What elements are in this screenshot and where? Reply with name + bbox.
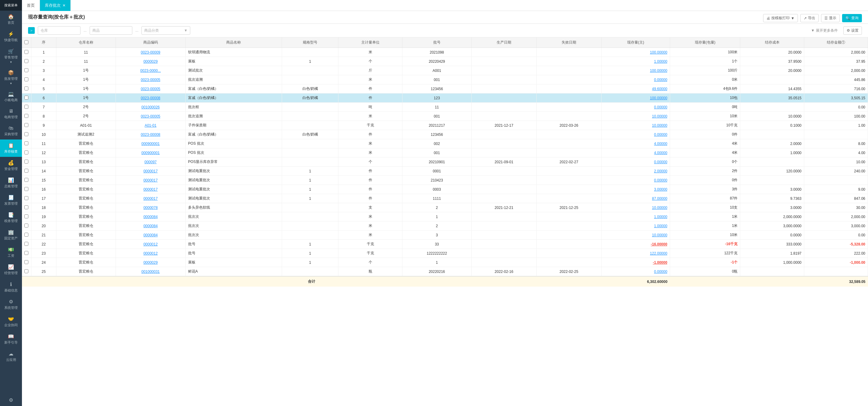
sidebar-item-ecommerce[interactable]: 🖥 电商管理 — [0, 105, 22, 123]
row-checkbox[interactable] — [24, 87, 28, 91]
product-filter[interactable]: 商品 — [90, 26, 132, 35]
sidebar-item-ecommerce-small[interactable]: 💻 小账电商 — [0, 88, 22, 105]
cell-qty-main[interactable]: 0.00000 — [601, 103, 670, 112]
row-checkbox[interactable] — [24, 59, 28, 63]
cell-unit: 件 — [338, 167, 402, 176]
cell-warehouse: 1号 — [56, 75, 116, 84]
cell-qty-main[interactable]: 0.00000 — [601, 158, 670, 167]
cell-qty-main[interactable]: 2.00000 — [601, 167, 670, 176]
cell-qty-pkg: 0米 — [670, 75, 740, 84]
sidebar-logo[interactable]: 搜索菜单 — [0, 0, 22, 11]
category-filter[interactable]: 商品分类 ▼ — [142, 26, 190, 35]
export-button[interactable]: ↗ 导出 — [800, 14, 818, 22]
tab-close-icon[interactable]: ✕ — [62, 3, 66, 8]
cell-qty-main[interactable]: 1.00000 — [601, 222, 670, 231]
cell-exp-date — [536, 212, 601, 222]
page-title: 现存量查询(按仓库＋批次) — [28, 14, 862, 21]
cell-qty-main[interactable]: 100.00000 — [601, 94, 670, 103]
sidebar-item-invoice[interactable]: 🧾 发票管理 — [0, 192, 22, 209]
cell-name: 测试电重批次 — [185, 176, 282, 185]
row-checkbox[interactable] — [24, 105, 28, 109]
sidebar-item-tax[interactable]: 📑 税务管理 — [0, 209, 22, 226]
sidebar-item-retail[interactable]: 🛒 零售管理 ▼ — [0, 45, 22, 67]
cell-qty-main[interactable]: 0.00000 — [601, 75, 670, 84]
sidebar-item-ledger[interactable]: 📊 总账管理 — [0, 174, 22, 192]
sidebar-item-enterprise[interactable]: 🤝 企业协同 — [0, 313, 22, 331]
cell-qty-main[interactable]: -1.00000 — [601, 258, 670, 267]
row-checkbox[interactable] — [24, 169, 28, 173]
cell-qty-main[interactable]: 3.00000 — [601, 185, 670, 194]
cell-qty-main[interactable]: 10.00000 — [601, 203, 670, 212]
row-checkbox[interactable] — [24, 178, 28, 182]
cell-qty-main[interactable]: 10.00000 — [601, 231, 670, 240]
cell-qty-main[interactable]: 10.00000 — [601, 112, 670, 121]
cell-qty-main[interactable]: 1.00000 — [601, 212, 670, 222]
row-checkbox[interactable] — [24, 214, 28, 218]
sidebar-item-guide[interactable]: 📖 新手引导 — [0, 331, 22, 348]
row-checkbox[interactable] — [24, 260, 28, 264]
sidebar-item-basic-info[interactable]: ℹ 基础信息 — [0, 278, 22, 296]
row-checkbox[interactable] — [24, 224, 28, 228]
warehouse-filter[interactable]: 仓库 — [38, 26, 81, 35]
cell-qty-main[interactable]: 100.00000 — [601, 66, 670, 75]
row-checkbox[interactable] — [24, 205, 28, 209]
row-checkbox[interactable] — [24, 242, 28, 246]
sidebar-item-quick-nav[interactable]: ⚡ 快捷导航 — [0, 28, 22, 45]
row-checkbox[interactable] — [24, 251, 28, 255]
row-checkbox[interactable] — [24, 77, 28, 81]
sidebar-item-operations[interactable]: 📈 经营管理 — [0, 261, 22, 278]
sidebar-item-cloud[interactable]: ☁ 云应用 — [0, 348, 22, 365]
row-checkbox[interactable] — [24, 114, 28, 118]
row-checkbox[interactable] — [24, 96, 28, 100]
cell-qty-main[interactable]: 0.00000 — [601, 267, 670, 276]
cell-qty-main[interactable]: -16.00000 — [601, 240, 670, 249]
cell-batch: 123456 — [402, 84, 471, 94]
tab-home[interactable]: 首页 — [22, 0, 40, 11]
cell-qty-main[interactable]: 122.00000 — [601, 249, 670, 258]
table-row: 7 2号 001000026 批次框 吨 11 0.00000 0吨 0.00 — [22, 103, 868, 112]
query-button[interactable]: 🔍 查询 — [842, 14, 862, 22]
tab-inventory-batch[interactable]: 库存批次 ✕ — [40, 0, 71, 11]
sidebar-item-fixed-assets[interactable]: 🏢 固定资产 — [0, 226, 22, 244]
row-checkbox[interactable] — [24, 187, 28, 191]
sidebar-item-payroll[interactable]: 💵 工资 — [0, 244, 22, 261]
row-checkbox[interactable] — [24, 50, 28, 54]
col-qty-main: 现存量(主) — [601, 37, 670, 48]
sidebar-item-finance[interactable]: 💰 资金管理 — [0, 157, 22, 174]
select-all-checkbox[interactable] — [24, 40, 28, 44]
cell-qty-main[interactable]: 0.00000 — [601, 130, 670, 139]
row-checkbox[interactable] — [24, 150, 28, 155]
row-checkbox[interactable] — [24, 160, 28, 164]
cell-cost: 0.0000 — [740, 231, 804, 240]
cell-qty-main[interactable]: 10.00000 — [601, 121, 670, 130]
sidebar-item-home[interactable]: 🏠 首页 — [0, 11, 22, 28]
row-checkbox[interactable] — [24, 196, 28, 200]
row-checkbox[interactable] — [24, 132, 28, 136]
row-checkbox[interactable] — [24, 123, 28, 127]
row-checkbox[interactable] — [24, 141, 28, 145]
cell-amount: 30.00 — [804, 203, 868, 212]
cell-qty-main[interactable]: 0.00000 — [601, 176, 670, 185]
row-checkbox[interactable] — [24, 233, 28, 237]
sidebar-item-inventory[interactable]: 📋 库存核查 — [0, 139, 22, 157]
cell-qty-main[interactable]: 100.00000 — [601, 48, 670, 57]
cell-batch: 20220216 — [402, 267, 471, 276]
inventory-icon: 📋 — [8, 142, 14, 148]
print-button[interactable]: 🖨 按模板打印 ▼ — [763, 14, 798, 22]
sidebar-item-wholesale[interactable]: 📦 批发管理 ▼ — [0, 67, 22, 88]
cell-qty-main[interactable]: 1.00000 — [601, 57, 670, 66]
table-row: 1 11 0023-00009 软弱通用物流 米 2021098 100.000… — [22, 48, 868, 57]
settings-button[interactable]: ⚙ 设置 — [843, 27, 862, 35]
filter-expand-button[interactable]: ▼ 展开更多条件 — [811, 28, 838, 33]
cell-qty-main[interactable]: 4.00000 — [601, 139, 670, 148]
nav-arrow-button[interactable]: ＞ — [28, 27, 35, 34]
cell-qty-main[interactable]: 87.00000 — [601, 194, 670, 203]
row-checkbox[interactable] — [24, 68, 28, 72]
sidebar-item-system[interactable]: ⚙ 系统管理 — [0, 296, 22, 313]
sidebar-settings[interactable]: ⚙ — [0, 394, 22, 406]
cell-qty-main[interactable]: 4.00000 — [601, 148, 670, 158]
row-checkbox[interactable] — [24, 269, 28, 273]
cell-qty-main[interactable]: 49.60000 — [601, 84, 670, 94]
sidebar-item-purchase[interactable]: 🛍 采购管理 — [0, 123, 22, 139]
display-button[interactable]: ☰ 显示 — [821, 14, 840, 22]
